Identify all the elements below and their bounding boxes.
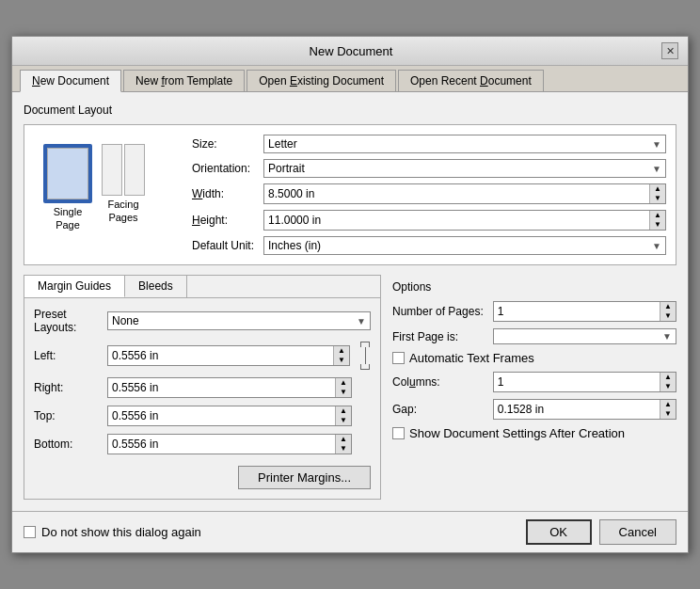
columns-spin-buttons: ▲ ▼ — [660, 373, 676, 391]
title-bar: New Document ✕ — [12, 37, 688, 66]
left-up-button[interactable]: ▲ — [334, 346, 349, 356]
width-label: Width: — [192, 187, 254, 200]
num-pages-field[interactable]: ▲ ▼ — [493, 301, 676, 322]
single-page-option[interactable]: SinglePage — [43, 144, 92, 232]
left-field[interactable]: ▲ ▼ — [107, 345, 350, 366]
tab-bar: New Document New from Template Open Exis… — [12, 66, 688, 92]
gap-down-button[interactable]: ▼ — [660, 409, 676, 419]
right-margin-row: Right: ▲ ▼ — [34, 377, 371, 398]
single-page-icon — [47, 148, 88, 199]
preset-layouts-row: Preset Layouts: None ▼ — [34, 308, 371, 334]
height-spin-buttons: ▲ ▼ — [649, 211, 665, 230]
columns-up-button[interactable]: ▲ — [660, 373, 676, 382]
gap-input[interactable] — [494, 400, 660, 419]
options-section: Options Number of Pages: ▲ ▼ First Page … — [392, 275, 676, 500]
tab-new-document[interactable]: New Document — [20, 70, 121, 92]
width-input[interactable] — [264, 184, 649, 203]
tab-new-template-label: New from Template — [135, 74, 232, 88]
right-down-button[interactable]: ▼ — [336, 388, 351, 397]
right-field[interactable]: ▲ ▼ — [107, 377, 352, 398]
bottom-margin-row: Bottom: ▲ ▼ — [34, 434, 371, 454]
bottom-field[interactable]: ▲ ▼ — [107, 434, 352, 454]
facing-pages-label: FacingPages — [107, 198, 138, 225]
gap-label: Gap: — [392, 403, 484, 416]
num-pages-down-button[interactable]: ▼ — [660, 311, 676, 321]
inner-tab-bar: Margin Guides Bleeds — [24, 276, 380, 298]
bottom-buttons: OK Cancel — [526, 519, 676, 545]
dialog-title: New Document — [40, 44, 661, 58]
auto-text-frames-label: Automatic Text Frames — [409, 351, 534, 365]
num-pages-up-button[interactable]: ▲ — [660, 302, 676, 311]
auto-text-frames-checkbox[interactable] — [392, 352, 405, 364]
right-spin-buttons: ▲ ▼ — [335, 378, 351, 397]
size-select[interactable]: Letter ▼ — [263, 135, 666, 153]
height-input[interactable] — [264, 211, 649, 230]
right-input[interactable] — [108, 378, 335, 397]
tab-open-recent-label: Open Recent Document — [410, 74, 532, 88]
tab-bleeds-label: Bleeds — [138, 279, 173, 293]
preset-layouts-select[interactable]: None ▼ — [107, 311, 371, 330]
ok-button[interactable]: OK — [526, 519, 592, 545]
tab-margin-guides-label: Margin Guides — [38, 279, 111, 293]
tab-new-template[interactable]: New from Template — [123, 70, 245, 91]
width-down-button[interactable]: ▼ — [650, 194, 665, 203]
top-label: Top: — [34, 409, 100, 422]
first-page-arrow-icon: ▼ — [662, 331, 672, 342]
tab-open-recent[interactable]: Open Recent Document — [398, 70, 544, 91]
default-unit-label: Default Unit: — [192, 239, 254, 252]
default-unit-value: Inches (in) — [268, 239, 321, 252]
bottom-down-button[interactable]: ▼ — [336, 444, 351, 454]
width-field[interactable]: ▲ ▼ — [263, 183, 666, 204]
first-page-select[interactable]: ▼ — [493, 328, 676, 344]
top-down-button[interactable]: ▼ — [336, 416, 351, 425]
height-down-button[interactable]: ▼ — [650, 220, 665, 230]
left-spin-buttons: ▲ ▼ — [333, 346, 349, 365]
columns-input[interactable] — [494, 373, 660, 391]
margin-guides-section: Margin Guides Bleeds Preset Layouts: Non… — [24, 275, 381, 500]
num-pages-input[interactable] — [494, 302, 660, 321]
first-page-label: First Page is: — [392, 330, 484, 343]
auto-text-frames-row: Automatic Text Frames — [392, 351, 676, 365]
tab-open-existing[interactable]: Open Existing Document — [247, 70, 396, 91]
gap-up-button[interactable]: ▲ — [660, 400, 676, 409]
top-field[interactable]: ▲ ▼ — [107, 406, 352, 426]
default-unit-select[interactable]: Inches (in) ▼ — [263, 236, 666, 255]
bottom-label: Bottom: — [34, 438, 100, 451]
show-settings-checkbox[interactable] — [392, 427, 405, 439]
height-field[interactable]: ▲ ▼ — [263, 210, 666, 231]
options-grid: Number of Pages: ▲ ▼ First Page is: ▼ — [392, 301, 676, 440]
preset-layouts-arrow-icon: ▼ — [357, 316, 366, 326]
bottom-up-button[interactable]: ▲ — [336, 435, 351, 444]
tab-margin-guides[interactable]: Margin Guides — [24, 276, 125, 297]
num-pages-spin-buttons: ▲ ▼ — [660, 302, 676, 321]
gap-field[interactable]: ▲ ▼ — [493, 399, 676, 420]
tab-bleeds[interactable]: Bleeds — [125, 276, 187, 297]
close-button[interactable]: ✕ — [661, 42, 678, 59]
width-up-button[interactable]: ▲ — [650, 184, 665, 194]
preset-layouts-label: Preset Layouts: — [34, 308, 100, 334]
dialog-body: Document Layout SinglePage — [12, 92, 688, 511]
columns-field[interactable]: ▲ ▼ — [493, 372, 676, 392]
size-value: Letter — [268, 137, 297, 151]
facing-left-page — [102, 144, 122, 196]
columns-down-button[interactable]: ▼ — [660, 382, 676, 391]
layout-right-fields: Size: Letter ▼ Orientation: Portrait ▼ W… — [192, 135, 666, 255]
bottom-input[interactable] — [108, 435, 335, 454]
top-spin-buttons: ▲ ▼ — [335, 406, 351, 425]
top-up-button[interactable]: ▲ — [336, 406, 351, 416]
facing-pages-option[interactable]: FacingPages — [102, 144, 145, 225]
do-not-show-checkbox[interactable] — [24, 526, 36, 538]
top-margin-row: Top: ▲ ▼ — [34, 406, 371, 426]
left-down-button[interactable]: ▼ — [334, 356, 349, 365]
top-input[interactable] — [108, 406, 335, 425]
left-input[interactable] — [108, 346, 333, 365]
right-up-button[interactable]: ▲ — [336, 378, 351, 388]
size-label: Size: — [192, 137, 254, 151]
cancel-button[interactable]: Cancel — [599, 519, 676, 545]
single-page-label: SinglePage — [54, 205, 83, 232]
orientation-select[interactable]: Portrait ▼ — [263, 159, 666, 178]
printer-margins-button[interactable]: Printer Margins... — [238, 466, 371, 489]
gap-spin-buttons: ▲ ▼ — [660, 400, 676, 419]
tab-new-document-label: New Document — [32, 74, 109, 88]
height-up-button[interactable]: ▲ — [650, 211, 665, 220]
